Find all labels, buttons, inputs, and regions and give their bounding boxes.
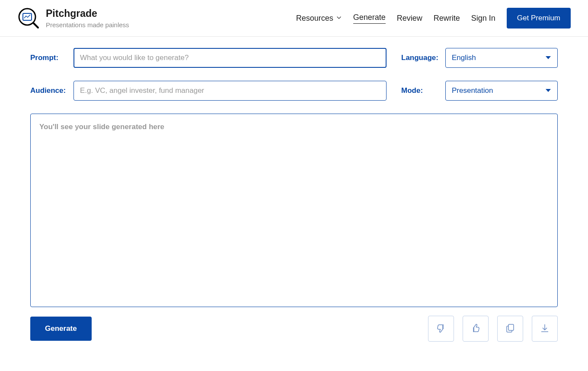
nav-signin-label: Sign In <box>471 14 495 23</box>
language-select[interactable]: English <box>445 48 558 68</box>
language-value: English <box>452 54 476 62</box>
actions-row: Generate <box>30 316 558 342</box>
logo-icon <box>17 7 40 29</box>
prompt-input[interactable] <box>74 48 387 68</box>
mode-select[interactable]: Presentation <box>445 81 558 101</box>
audience-row: Audience: Mode: Presentation <box>30 81 558 101</box>
svg-line-1 <box>34 23 38 28</box>
chevron-down-icon <box>336 14 342 23</box>
svg-rect-3 <box>508 324 514 330</box>
brand[interactable]: Pitchgrade Presentations made painless <box>17 7 129 29</box>
nav-generate-label: Generate <box>353 13 386 22</box>
copy-button[interactable] <box>497 316 523 342</box>
nav-generate[interactable]: Generate <box>353 13 386 24</box>
download-button[interactable] <box>532 316 558 342</box>
brand-subtitle: Presentations made painless <box>46 21 129 29</box>
brand-title: Pitchgrade <box>46 8 129 19</box>
icon-buttons <box>428 316 558 342</box>
mode-value: Presentation <box>452 86 493 95</box>
dropdown-arrow-icon <box>545 54 551 62</box>
nav-rewrite-label: Rewrite <box>434 14 460 23</box>
thumbs-up-button[interactable] <box>463 316 489 342</box>
audience-input[interactable] <box>74 81 387 101</box>
thumbs-down-icon <box>436 323 446 335</box>
download-icon <box>540 323 550 335</box>
nav-review-label: Review <box>397 14 422 23</box>
prompt-label: Prompt: <box>30 54 67 62</box>
nav-signin[interactable]: Sign In <box>471 14 495 23</box>
brand-text: Pitchgrade Presentations made painless <box>46 8 129 29</box>
copy-icon <box>505 323 515 335</box>
thumbs-down-button[interactable] <box>428 316 454 342</box>
mode-label: Mode: <box>401 86 438 95</box>
nav-review[interactable]: Review <box>397 14 422 23</box>
language-label: Language: <box>401 54 438 62</box>
audience-label: Audience: <box>30 86 67 95</box>
output-area: You'll see your slide generated here <box>30 114 558 307</box>
nav-resources-label: Resources <box>296 14 333 23</box>
nav-resources[interactable]: Resources <box>296 14 342 23</box>
output-placeholder: You'll see your slide generated here <box>39 123 164 131</box>
nav: Resources Generate Review Rewrite Sign I… <box>296 8 571 29</box>
nav-rewrite[interactable]: Rewrite <box>434 14 460 23</box>
main: Prompt: Language: English Audience: Mode… <box>0 37 588 353</box>
generate-button[interactable]: Generate <box>30 317 92 341</box>
header: Pitchgrade Presentations made painless R… <box>0 0 588 37</box>
dropdown-arrow-icon <box>545 87 551 95</box>
thumbs-up-icon <box>470 323 481 335</box>
get-premium-button[interactable]: Get Premium <box>507 8 571 29</box>
prompt-row: Prompt: Language: English <box>30 48 558 68</box>
